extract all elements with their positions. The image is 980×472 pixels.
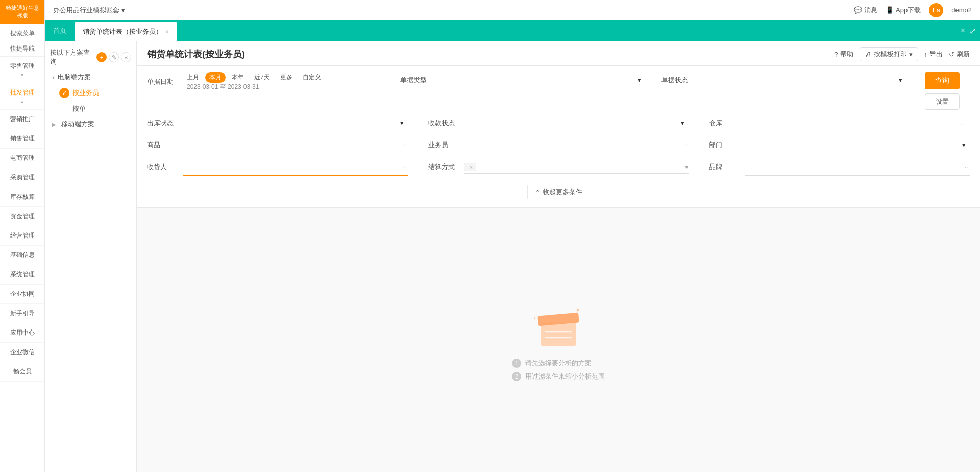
sidebar-item-member[interactable]: 畅会员 xyxy=(0,362,44,382)
brand-input[interactable] xyxy=(745,159,964,175)
date-tab-thisyear[interactable]: 本年 xyxy=(228,72,248,83)
app-download-btn[interactable]: 📱 App下载 xyxy=(886,6,921,15)
empty-illustration: ✦ ✦ xyxy=(528,299,589,350)
date-tab-more[interactable]: 更多 xyxy=(276,72,297,83)
tabbar: 首页 销货单统计表（按业务员） × × ⤢ xyxy=(45,20,980,41)
recvstatus-chevron-icon: ▾ xyxy=(681,119,684,127)
account-dropdown[interactable]: 办公用品行业模拟账套 ▾ xyxy=(53,6,125,15)
step-2-number: 2 xyxy=(512,372,521,381)
sidebar-item-wechat-label: 企业微信 xyxy=(10,348,35,357)
message-btn[interactable]: 💬 消息 xyxy=(854,6,877,15)
sidebar-item-ecommerce[interactable]: 电商管理 xyxy=(0,149,44,168)
svg-text:✦: ✦ xyxy=(533,316,537,321)
svg-rect-0 xyxy=(541,322,576,346)
sidebar-item-sales[interactable]: 销售管理 xyxy=(0,129,44,149)
sidebar-item-wholesale[interactable]: 批发管理 ▴ xyxy=(0,83,44,110)
sidebar-logo[interactable]: 畅捷通好生意 标版 xyxy=(0,0,44,24)
sidebar-item-finance-label: 资金管理 xyxy=(10,212,35,221)
page-header-actions: ? 帮助 🖨 按模板打印 ▾ ↑ 导出 ↺ 刷新 xyxy=(834,47,970,61)
settlement-tag[interactable]: × xyxy=(464,163,476,171)
tab-close-icon[interactable]: × xyxy=(165,28,169,35)
edit-scheme-btn[interactable]: ✎ xyxy=(109,52,119,62)
date-tab-custom[interactable]: 自定义 xyxy=(299,72,325,83)
dept-label: 部门 xyxy=(709,140,745,150)
add-scheme-btn[interactable]: + xyxy=(96,52,107,62)
tree-desktop-label: 电脑端方案 xyxy=(58,73,91,82)
tree-mobile-section: ▶ 移动端方案 xyxy=(45,116,136,132)
tab-home-label: 首页 xyxy=(53,26,66,35)
recvstatus-select[interactable]: ▾ xyxy=(464,115,689,131)
query-button[interactable]: 查询 xyxy=(925,72,960,89)
sidebar-search-label: 搜索菜单 xyxy=(10,30,35,37)
tab-close-all-icon[interactable]: × xyxy=(961,26,965,35)
settings-button[interactable]: 设置 xyxy=(925,93,960,110)
user-name[interactable]: demo2 xyxy=(951,6,972,14)
date-tab-thismonth[interactable]: 本月 xyxy=(205,72,226,83)
sidebar-item-basic[interactable]: 基础信息 xyxy=(0,246,44,265)
sidebar-item-finance[interactable]: 资金管理 xyxy=(0,207,44,226)
sidebar-item-system[interactable]: 系统管理 xyxy=(0,265,44,285)
collapse-filter-btn[interactable]: ⌃ 收起更多条件 xyxy=(527,185,590,199)
sidebar-item-retail[interactable]: 零售管理 ▾ xyxy=(0,57,44,83)
avatar-text: Ea xyxy=(933,7,940,14)
collapse-panel-btn[interactable]: « xyxy=(121,52,131,62)
print-btn[interactable]: 🖨 按模板打印 ▾ xyxy=(860,47,918,61)
goods-more-icon[interactable]: ··· xyxy=(403,141,408,148)
refresh-btn[interactable]: ↺ 刷新 xyxy=(949,50,970,59)
sidebar-item-wechat[interactable]: 企业微信 xyxy=(0,343,44,362)
print-arrow-icon: ▾ xyxy=(909,51,913,58)
receiver-more-icon[interactable]: ··· xyxy=(403,163,408,170)
tab-home[interactable]: 首页 xyxy=(45,20,75,41)
help-btn[interactable]: ? 帮助 xyxy=(834,50,853,59)
left-panel-header: 按以下方案查询 + ✎ « xyxy=(45,45,136,69)
sidebar-quicknav[interactable]: 快捷导航 xyxy=(0,41,44,57)
goods-input[interactable] xyxy=(183,136,402,153)
tree-item-by-salesperson[interactable]: ✓ 按业务员 xyxy=(45,85,136,101)
sidebar-item-enterprise[interactable]: 企业协同 xyxy=(0,285,44,304)
sidebar-item-retail-label: 零售管理 xyxy=(10,62,35,70)
outstatus-select[interactable]: ▾ xyxy=(183,115,408,131)
tree-mobile-label: 移动端方案 xyxy=(61,120,94,129)
type-label: 单据类型 xyxy=(400,76,436,85)
export-label: 导出 xyxy=(929,50,943,59)
sidebar-item-appcenter[interactable]: 应用中心 xyxy=(0,323,44,343)
sidebar-item-operation[interactable]: 经营管理 xyxy=(0,226,44,246)
refresh-icon: ↺ xyxy=(949,51,954,58)
date-tab-7days[interactable]: 近7天 xyxy=(250,72,274,83)
settlement-label: 结算方式 xyxy=(428,162,464,172)
sidebar-item-inventory[interactable]: 库存核算 xyxy=(0,187,44,207)
sidebar-item-marketing[interactable]: 营销推广 xyxy=(0,110,44,129)
warehouse-select[interactable]: ... xyxy=(745,115,970,131)
tab-sales-stats[interactable]: 销货单统计表（按业务员） × xyxy=(75,22,177,41)
receiver-input[interactable] xyxy=(183,158,402,175)
staff-more-icon[interactable]: ··· xyxy=(683,141,689,148)
sidebar-item-newguide[interactable]: 新手引导 xyxy=(0,304,44,323)
sidebar-search[interactable]: 搜索菜单 xyxy=(0,24,44,41)
status-select[interactable]: ▾ xyxy=(697,72,906,88)
tree-item-by-order[interactable]: ≡ 按单 xyxy=(45,101,136,116)
refresh-label: 刷新 xyxy=(957,50,970,59)
date-label: 单据日期 xyxy=(147,77,183,86)
brand-more-icon[interactable]: ··· xyxy=(965,163,970,171)
status-chevron-icon: ▾ xyxy=(899,76,902,84)
staff-input[interactable] xyxy=(464,136,683,153)
export-btn[interactable]: ↑ 导出 xyxy=(924,50,943,59)
warehouse-more-icon[interactable]: ... xyxy=(961,120,966,127)
date-tab-lastmonth[interactable]: 上月 xyxy=(183,72,203,83)
content-area: 按以下方案查询 + ✎ « ▾ 电脑端方案 ✓ 按业务员 ≡ 按单 ▶ xyxy=(45,41,980,472)
tab-expand-icon[interactable]: ⤢ xyxy=(969,26,976,36)
left-panel-header-label: 按以下方案查询 xyxy=(50,48,94,66)
type-select[interactable]: ▾ xyxy=(436,72,645,88)
step-2-text: 用过滤条件来缩小分析范围 xyxy=(525,372,605,381)
avatar[interactable]: Ea xyxy=(929,3,943,17)
settlement-tag-close-icon[interactable]: × xyxy=(470,164,473,170)
sidebar-item-enterprise-label: 企业协同 xyxy=(10,290,35,298)
sidebar-item-purchase[interactable]: 采购管理 xyxy=(0,168,44,187)
empty-step-1: 1 请先选择要分析的方案 xyxy=(512,359,605,368)
outstatus-chevron-icon: ▾ xyxy=(400,119,404,127)
outstatus-label: 出库状态 xyxy=(147,119,183,128)
filter-settlement-field: 结算方式 × ▾ xyxy=(428,161,689,174)
sidebar-item-marketing-label: 营销推广 xyxy=(10,115,35,124)
dept-select[interactable]: ▾ xyxy=(745,137,970,153)
empty-steps: 1 请先选择要分析的方案 2 用过滤条件来缩小分析范围 xyxy=(512,359,605,381)
